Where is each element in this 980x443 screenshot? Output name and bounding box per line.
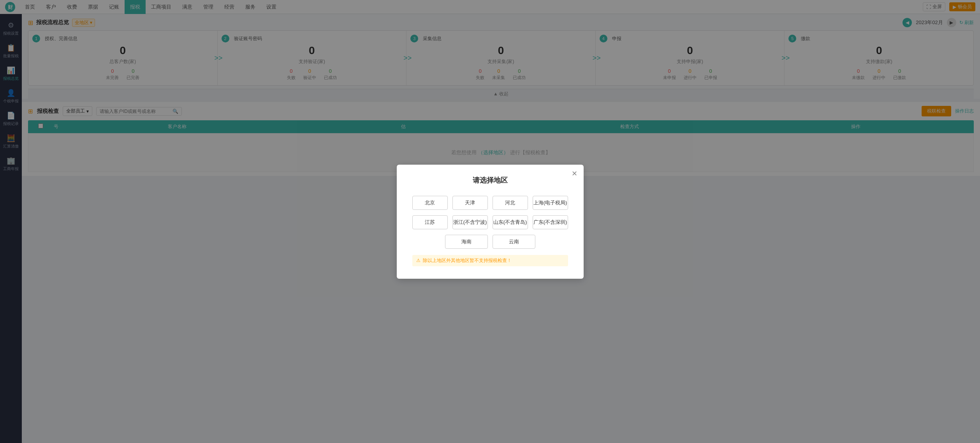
modal-warning: ⚠ 除以上地区外其他地区暂不支持报税检查！ xyxy=(412,255,568,266)
modal-title: 请选择地区 xyxy=(412,176,568,185)
region-grid-row2: 江苏 浙江(不含宁波) 山东(不含青岛) 广东(不含深圳) xyxy=(412,215,568,229)
modal-overlay: ✕ 请选择地区 北京 天津 河北 上海(电子税局) 江苏 浙江(不含宁波) 山东… xyxy=(0,0,980,443)
region-btn-beijing[interactable]: 北京 xyxy=(412,196,448,210)
region-grid-row3: 海南 云南 xyxy=(412,235,568,249)
region-btn-shanghai[interactable]: 上海(电子税局) xyxy=(533,196,568,210)
region-select-modal: ✕ 请选择地区 北京 天津 河北 上海(电子税局) 江苏 浙江(不含宁波) 山东… xyxy=(397,165,584,279)
region-btn-tianjin[interactable]: 天津 xyxy=(452,196,488,210)
region-btn-zhejiang[interactable]: 浙江(不含宁波) xyxy=(452,215,488,229)
region-btn-hebei[interactable]: 河北 xyxy=(493,196,528,210)
region-grid-row1: 北京 天津 河北 上海(电子税局) xyxy=(412,196,568,210)
warning-icon: ⚠ xyxy=(416,258,421,263)
region-btn-shandong[interactable]: 山东(不含青岛) xyxy=(493,215,528,229)
modal-close-button[interactable]: ✕ xyxy=(572,170,577,177)
region-btn-hainan[interactable]: 海南 xyxy=(445,235,488,249)
region-btn-jiangsu[interactable]: 江苏 xyxy=(412,215,448,229)
region-btn-yunnan[interactable]: 云南 xyxy=(493,235,535,249)
region-btn-guangdong[interactable]: 广东(不含深圳) xyxy=(533,215,568,229)
